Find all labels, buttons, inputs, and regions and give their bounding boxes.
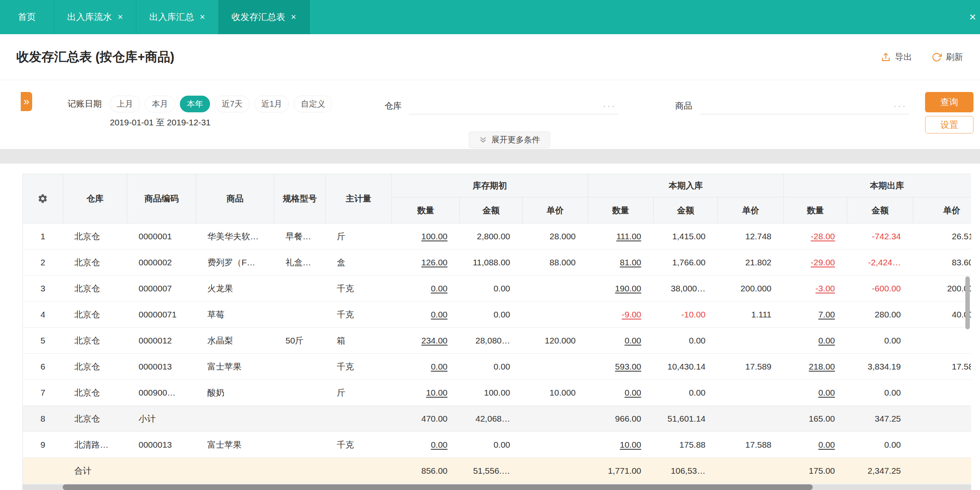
empty-cell bbox=[326, 458, 392, 484]
tabbar-close-icon[interactable]: × bbox=[969, 0, 976, 34]
subcol-header-price[interactable]: 单价 bbox=[523, 197, 588, 223]
value-text: 200.000 bbox=[741, 284, 772, 293]
table-header: 仓库 商品编码 商品 规格型号 主计量 库存期初 本期入库 本期出库 数量 金额… bbox=[23, 174, 971, 223]
collapse-panel-button[interactable]: » bbox=[21, 92, 32, 111]
value-text: 0.00 bbox=[689, 336, 706, 345]
expand-more-button[interactable]: 展开更多条件 bbox=[469, 131, 550, 148]
quantity-link[interactable]: 0.00 bbox=[431, 440, 448, 449]
table-row[interactable]: 7北京仓000900…酸奶斤10.00100.0010.0000.000.000… bbox=[23, 380, 971, 406]
quantity-link[interactable]: 111.00 bbox=[616, 232, 641, 241]
filter-buttons: 查询 设置 bbox=[925, 92, 973, 133]
subcol-header-qty[interactable]: 数量 bbox=[784, 197, 847, 223]
quantity-link[interactable]: 190.00 bbox=[615, 284, 641, 293]
date-chip-custom[interactable]: 自定义 bbox=[294, 96, 332, 112]
tab-stock-summary[interactable]: 收发存汇总表 × bbox=[219, 0, 310, 34]
subtotal-row[interactable]: 8北京仓小计470.0042,068…966.0051,601.14165.00… bbox=[23, 406, 971, 432]
quantity-link[interactable]: 218.00 bbox=[809, 362, 835, 371]
quantity-link[interactable]: 10.00 bbox=[620, 440, 641, 449]
subcol-header-qty[interactable]: 数量 bbox=[588, 197, 654, 223]
column-header-warehouse[interactable]: 仓库 bbox=[63, 174, 127, 223]
query-button[interactable]: 查询 bbox=[925, 92, 973, 112]
group-header-opening-stock: 库存期初 bbox=[392, 174, 588, 197]
close-icon[interactable]: × bbox=[118, 13, 123, 22]
tab-label: 出入库汇总 bbox=[149, 11, 194, 23]
close-icon[interactable]: × bbox=[291, 13, 296, 22]
more-options-icon[interactable]: ··· bbox=[603, 101, 619, 111]
column-header-unit[interactable]: 主计量 bbox=[326, 174, 392, 223]
quantity-link[interactable]: 593.00 bbox=[615, 362, 641, 371]
spec-cell bbox=[274, 302, 326, 328]
warehouse-label: 仓库 bbox=[385, 97, 402, 114]
quantity-link[interactable]: -29.00 bbox=[811, 258, 835, 267]
quantity-link[interactable]: 0.00 bbox=[625, 388, 641, 397]
quantity-link[interactable]: 81.00 bbox=[620, 258, 641, 267]
table-row[interactable]: 2北京仓0000002费列罗（F…礼盒…盒126.0011,088.0088.0… bbox=[23, 249, 971, 276]
column-header-spec[interactable]: 规格型号 bbox=[274, 174, 326, 223]
quantity-link[interactable]: 0.00 bbox=[818, 440, 835, 449]
group-header-period-outbound: 本期出库 bbox=[784, 174, 971, 197]
subcol-header-qty[interactable]: 数量 bbox=[392, 197, 460, 223]
refresh-button[interactable]: 刷新 bbox=[932, 51, 963, 63]
table-row[interactable]: 9北清路…0000013富士苹果千克0.000.0010.00175.8817.… bbox=[23, 432, 971, 458]
column-settings-button[interactable] bbox=[23, 174, 63, 223]
horizontal-scrollbar[interactable] bbox=[63, 484, 813, 490]
quantity-link[interactable]: -28.00 bbox=[811, 232, 835, 241]
quantity-link[interactable]: 0.00 bbox=[818, 388, 835, 397]
tab-inout-flow[interactable]: 出入库流水 × bbox=[54, 0, 136, 34]
subcol-header-amount[interactable]: 金额 bbox=[654, 197, 718, 223]
quantity-link[interactable]: -3.00 bbox=[816, 284, 835, 293]
value-text: -10.00 bbox=[681, 310, 706, 319]
numeric-cell bbox=[913, 432, 971, 458]
numeric-cell: -600.00 bbox=[847, 276, 913, 302]
table-row[interactable]: 1北京仓0000001华美华夫软…早餐…斤100.002,800.0028.00… bbox=[23, 223, 971, 249]
quantity-link[interactable]: 100.00 bbox=[421, 232, 447, 241]
export-button[interactable]: 导出 bbox=[881, 51, 912, 63]
quantity-link[interactable]: 7.00 bbox=[818, 310, 835, 319]
settings-button[interactable]: 设置 bbox=[925, 116, 973, 133]
numeric-cell: 175.88 bbox=[654, 432, 718, 458]
quantity-link[interactable]: 0.00 bbox=[431, 362, 448, 371]
numeric-cell: 10.000 bbox=[523, 380, 588, 406]
table-row[interactable]: 4北京仓00000071草莓千克0.000.00-9.00-10.001.111… bbox=[23, 302, 971, 328]
table-row[interactable]: 6北京仓0000013富士苹果千克0.000.00593.0010,430.14… bbox=[23, 354, 971, 380]
date-range-value[interactable]: 2019-01-01 至 2019-12-31 bbox=[110, 117, 332, 128]
vertical-scrollbar[interactable] bbox=[965, 276, 970, 329]
subcol-header-price[interactable]: 单价 bbox=[718, 197, 784, 223]
subcol-header-price[interactable]: 单价 bbox=[913, 197, 971, 223]
quantity-link[interactable]: 0.00 bbox=[625, 336, 641, 345]
quantity-link[interactable]: -9.00 bbox=[622, 310, 641, 319]
quantity-link[interactable]: 0.00 bbox=[818, 336, 835, 345]
table-row[interactable]: 5北京仓0000012水晶梨50斤箱234.0028,080…120.0000.… bbox=[23, 328, 971, 354]
numeric-cell: 100.00 bbox=[392, 223, 460, 249]
date-chip-last-month[interactable]: 上月 bbox=[110, 96, 140, 112]
quantity-link[interactable]: 234.00 bbox=[421, 336, 447, 345]
title-bar: 收发存汇总表 (按仓库+商品) 导出 刷新 bbox=[0, 34, 980, 80]
value-text: 11,088.00 bbox=[473, 258, 510, 267]
tab-inout-summary[interactable]: 出入库汇总 × bbox=[136, 0, 219, 34]
column-header-product[interactable]: 商品 bbox=[196, 174, 274, 223]
close-icon[interactable]: × bbox=[200, 13, 205, 22]
numeric-cell: 280.00 bbox=[847, 302, 913, 328]
date-chip-this-month[interactable]: 本月 bbox=[145, 96, 175, 112]
unit-cell: 千克 bbox=[326, 276, 392, 302]
date-chip-this-year[interactable]: 本年 bbox=[180, 96, 210, 112]
product-input[interactable]: ··· bbox=[700, 97, 909, 114]
quantity-link[interactable]: 0.00 bbox=[431, 310, 448, 319]
date-chip-last-1-month[interactable]: 近1月 bbox=[254, 96, 289, 112]
value-text: 470.00 bbox=[421, 414, 447, 423]
quantity-link[interactable]: 126.00 bbox=[421, 258, 447, 267]
date-chip-last-7-days[interactable]: 近7天 bbox=[215, 96, 249, 112]
quantity-link[interactable]: 10.00 bbox=[426, 388, 448, 397]
tab-label: 首页 bbox=[18, 11, 36, 23]
product-code-cell: 00000071 bbox=[127, 302, 196, 328]
subcol-header-amount[interactable]: 金额 bbox=[460, 197, 523, 223]
quantity-link[interactable]: 0.00 bbox=[431, 284, 448, 293]
warehouse-input[interactable]: ··· bbox=[409, 97, 619, 114]
table-row[interactable]: 3北京仓0000007火龙果千克0.000.00190.0038,000…200… bbox=[23, 276, 971, 302]
more-options-icon[interactable]: ··· bbox=[893, 101, 909, 111]
date-filter: 记账日期 上月 本月 本年 近7天 近1月 自定义 2019-01-01 至 2… bbox=[68, 95, 332, 128]
horizontal-scrollbar-track bbox=[22, 484, 971, 490]
subcol-header-amount[interactable]: 金额 bbox=[847, 197, 913, 223]
tab-home[interactable]: 首页 bbox=[0, 0, 54, 34]
column-header-product-code[interactable]: 商品编码 bbox=[127, 174, 196, 223]
